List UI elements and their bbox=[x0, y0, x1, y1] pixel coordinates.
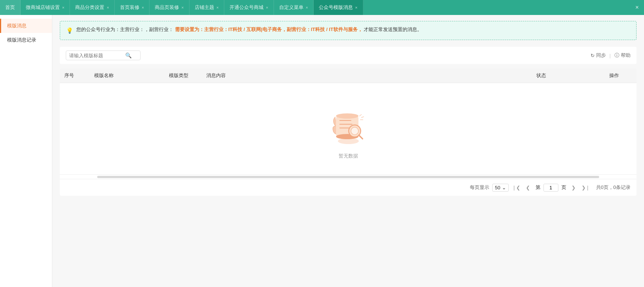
pagination-last-button[interactable]: ❯❘ bbox=[581, 183, 590, 192]
notice-text-before: 您的公众号行业为：主营行业：，副营行业： bbox=[76, 27, 173, 32]
page-size-select[interactable]: 50 ⌄ bbox=[492, 184, 508, 192]
nav-tab-shop-settings-label: 微商城店铺设置 bbox=[26, 4, 60, 11]
sync-label: 同步 bbox=[596, 52, 606, 59]
search-bar: 🔍 ↻ 同步 | ⓘ 帮助 bbox=[60, 47, 637, 64]
divider: | bbox=[610, 53, 611, 58]
nav-tab-home[interactable]: 首页 bbox=[0, 0, 21, 15]
nav-tab-category-label: 商品分类设置 bbox=[75, 4, 104, 11]
search-input[interactable] bbox=[69, 53, 125, 58]
sidebar-item-template-msg-log[interactable]: 模版消息记录 bbox=[0, 33, 52, 47]
nav-tab-homepage-decor-label: 首页装修 bbox=[120, 4, 139, 11]
nav-tab-product-decor-label: 商品页装修 bbox=[155, 4, 179, 11]
notice-text-after: 才能正常发送预置的消息。 bbox=[364, 27, 422, 32]
sidebar-item-template-msg[interactable]: 模版消息 bbox=[0, 19, 52, 33]
nav-tab-custom-menu-close[interactable]: × bbox=[306, 5, 308, 10]
empty-illustration bbox=[328, 106, 369, 147]
pagination-first-button[interactable]: ❘❮ bbox=[512, 183, 521, 192]
page-unit: 页 bbox=[561, 184, 566, 191]
sync-button[interactable]: ↻ 同步 bbox=[591, 52, 606, 59]
svg-line-11 bbox=[361, 117, 364, 117]
pagination-prev-button[interactable]: ❮ bbox=[524, 183, 533, 192]
nav-tab-homepage-decor-close[interactable]: × bbox=[142, 5, 144, 10]
nav-tab-category-close[interactable]: × bbox=[107, 5, 109, 10]
sync-icon: ↻ bbox=[591, 53, 595, 58]
pagination: 每页显示 50 ⌄ ❘❮ ❮ 第 页 ❯ ❯❘ 共0页，0条记录 bbox=[60, 179, 637, 196]
nav-tab-theme-label: 店铺主题 bbox=[195, 4, 214, 11]
page-total: 共0页，0条记录 bbox=[596, 184, 631, 191]
content-area: 💡 您的公众号行业为：主营行业：，副营行业： 需要设置为：主营行业：IT科技 /… bbox=[52, 15, 644, 287]
notice-banner: 💡 您的公众号行业为：主营行业：，副营行业： 需要设置为：主营行业：IT科技 /… bbox=[60, 21, 637, 40]
scrollbar-area[interactable] bbox=[60, 174, 637, 179]
help-label: 帮助 bbox=[621, 52, 631, 59]
notice-icon: 💡 bbox=[66, 26, 73, 35]
page-label: 第 bbox=[536, 184, 540, 191]
sidebar-item-template-msg-label: 模版消息 bbox=[7, 23, 27, 28]
th-type: 模版类型 bbox=[164, 68, 202, 83]
svg-line-9 bbox=[359, 135, 363, 139]
nav-tab-shop-settings-close[interactable]: × bbox=[62, 5, 64, 10]
nav-tab-open-shop-close[interactable]: × bbox=[266, 5, 268, 10]
empty-text: 暂无数据 bbox=[339, 153, 358, 159]
search-button[interactable]: 🔍 bbox=[125, 52, 132, 58]
nav-tab-product-decor[interactable]: 商品页装修 × bbox=[150, 0, 189, 15]
nav-tab-custom-menu[interactable]: 自定义菜单 × bbox=[274, 0, 314, 15]
notice-highlight: 需要设置为：主营行业：IT科技 / 互联网|电子商务，副营行业：IT科技 / I… bbox=[175, 27, 363, 32]
nav-tab-theme-close[interactable]: × bbox=[216, 5, 219, 10]
empty-state: 暂无数据 bbox=[60, 83, 637, 174]
nav-tab-category[interactable]: 商品分类设置 × bbox=[70, 0, 114, 15]
nav-tab-template-msg-label: 公众号模版消息 bbox=[319, 4, 353, 11]
pagination-next-button[interactable]: ❯ bbox=[569, 183, 578, 192]
th-name: 模版名称 bbox=[90, 68, 164, 83]
sidebar-item-template-msg-log-label: 模版消息记录 bbox=[7, 37, 36, 43]
scrollbar-track[interactable] bbox=[97, 176, 599, 178]
nav-close-all-button[interactable]: × bbox=[630, 4, 644, 11]
page-size-dropdown-icon: ⌄ bbox=[502, 185, 506, 190]
nav-tab-homepage-decor[interactable]: 首页装修 × bbox=[115, 0, 150, 15]
nav-tab-template-msg-close[interactable]: × bbox=[355, 5, 357, 10]
search-actions: ↻ 同步 | ⓘ 帮助 bbox=[591, 52, 631, 59]
th-action: 操作 bbox=[592, 68, 637, 83]
th-seq: 序号 bbox=[60, 68, 90, 83]
search-input-wrap[interactable]: 🔍 bbox=[66, 51, 141, 60]
page-size-label: 每页显示 bbox=[470, 184, 489, 191]
nav-tab-shop-settings[interactable]: 微商城店铺设置 × bbox=[21, 0, 70, 15]
help-button[interactable]: ⓘ 帮助 bbox=[614, 52, 631, 59]
nav-tab-template-msg[interactable]: 公众号模版消息 × bbox=[314, 0, 363, 15]
main-layout: 模版消息 模版消息记录 💡 您的公众号行业为：主营行业：，副营行业： 需要设置为… bbox=[0, 15, 644, 287]
svg-point-8 bbox=[351, 127, 358, 135]
th-status: 状态 bbox=[532, 68, 592, 83]
nav-tab-open-shop[interactable]: 开通公众号商城 × bbox=[224, 0, 274, 15]
page-number-input[interactable] bbox=[543, 184, 558, 192]
nav-tab-home-label: 首页 bbox=[5, 4, 15, 11]
svg-point-2 bbox=[336, 113, 358, 119]
nav-tab-product-decor-close[interactable]: × bbox=[181, 5, 184, 10]
th-content: 消息内容 bbox=[202, 68, 532, 83]
help-icon: ⓘ bbox=[614, 52, 619, 59]
table-container: 序号 模版名称 模版类型 消息内容 状态 操作 bbox=[60, 68, 637, 196]
notice-text: 您的公众号行业为：主营行业：，副营行业： 需要设置为：主营行业：IT科技 / 互… bbox=[76, 26, 422, 34]
nav-tab-custom-menu-label: 自定义菜单 bbox=[279, 4, 303, 11]
nav-tab-theme[interactable]: 店铺主题 × bbox=[189, 0, 224, 15]
table-header: 序号 模版名称 模版类型 消息内容 状态 操作 bbox=[60, 68, 637, 83]
nav-tab-open-shop-label: 开通公众号商城 bbox=[229, 4, 264, 11]
page-size-value: 50 bbox=[495, 185, 500, 190]
svg-line-10 bbox=[360, 115, 361, 116]
sidebar: 模版消息 模版消息记录 bbox=[0, 15, 52, 287]
top-nav: 首页 微商城店铺设置 × 商品分类设置 × 首页装修 × 商品页装修 × 店铺主… bbox=[0, 0, 644, 15]
